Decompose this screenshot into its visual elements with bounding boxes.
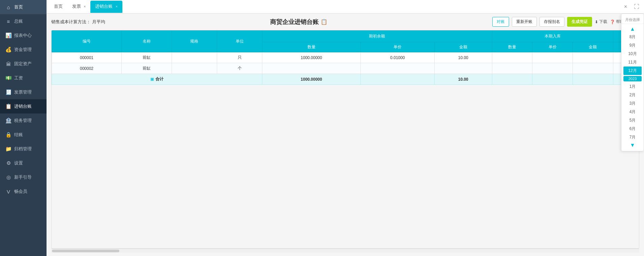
month-item-12[interactable]: 12月 <box>623 67 642 75</box>
download-icon: ⬇ <box>595 20 598 24</box>
settings-icon: ⚙ <box>5 160 11 166</box>
sidebar-item-label: 固定资产 <box>14 61 32 67</box>
cell-code: 000001 <box>52 52 122 63</box>
sidebar-item-label: 进销台账 <box>14 103 32 109</box>
reopen-button[interactable]: 重新开账 <box>512 17 537 27</box>
save-as-button[interactable]: 存报别名 <box>539 17 564 27</box>
download-label: 下载 <box>599 19 607 25</box>
sidebar-item-label: 资金管理 <box>14 47 32 53</box>
sidebar-item-close[interactable]: 🔒 结账 <box>0 128 47 142</box>
month-item-11[interactable]: 11月 <box>621 58 644 67</box>
cell-in-price <box>532 63 573 74</box>
cost-method-label: 销售成本计算方法： <box>51 19 91 24</box>
month-item-3[interactable]: 3月 <box>621 99 644 108</box>
col-header-name: 名称 <box>121 31 172 52</box>
reconcile-button[interactable]: 对账 <box>492 17 509 27</box>
sidebar-item-reports[interactable]: 📊 报表中心 <box>0 28 47 43</box>
table-row: 000002 前缸 个 <box>52 63 639 74</box>
month-item-7[interactable]: 7月 <box>621 133 644 142</box>
cell-open-price <box>360 63 434 74</box>
ledger-icon: ≡ <box>5 19 11 24</box>
sidebar-item-label: 首页 <box>14 4 23 10</box>
cell-open-amount: 10.00 <box>434 52 492 63</box>
window-close-button[interactable]: × <box>622 3 629 10</box>
sidebar-item-invoice-mgmt[interactable]: 🧾 发票管理 <box>0 85 47 99</box>
month-nav-down[interactable]: ▼ <box>621 142 644 149</box>
sidebar-item-label: 畅会员 <box>14 188 27 195</box>
cell-open-qty <box>262 63 361 74</box>
download-button[interactable]: ⬇ 下载 <box>595 19 607 25</box>
tax-icon: 🏦 <box>5 118 11 124</box>
page-content: 销售成本计算方法： 月平均 商贸企业进销台账 📋 对账 重新开账 存报别名 生成… <box>47 14 644 256</box>
assets-icon: 🏛 <box>5 61 11 67</box>
home-icon: ⌂ <box>5 4 11 10</box>
cost-method: 销售成本计算方法： 月平均 <box>51 19 105 25</box>
sidebar-item-label: 报表中心 <box>14 32 32 39</box>
sidebar-item-archive[interactable]: 📁 归档管理 <box>0 142 47 156</box>
sidebar-item-guide[interactable]: ◎ 新手引导 <box>0 170 47 184</box>
month-item-10[interactable]: 10月 <box>621 50 644 58</box>
sidebar-item-settings[interactable]: ⚙ 设置 <box>0 156 47 170</box>
total-open-qty: 1000.00000 <box>262 74 361 85</box>
col-sub-in-qty: 数量 <box>492 42 532 52</box>
col-sub-in-amount: 金额 <box>573 42 613 52</box>
bottom-scrollbar[interactable] <box>51 249 639 253</box>
generate-button[interactable]: 生成凭证 <box>567 17 592 27</box>
month-item-2[interactable]: 2月 <box>621 91 644 99</box>
funds-icon: 💰 <box>5 47 11 53</box>
help-icon: ❓ <box>610 20 615 24</box>
month-item-5[interactable]: 5月 <box>621 116 644 125</box>
sidebar-item-funds[interactable]: 💰 资金管理 <box>0 43 47 57</box>
invoice-icon: 🧾 <box>5 89 11 95</box>
month-nav-up[interactable]: ▲ <box>621 25 644 33</box>
cell-in-qty <box>492 52 532 63</box>
tab-purchase-sales[interactable]: 进销台账 × <box>90 1 122 13</box>
sidebar-item-label: 税务管理 <box>14 118 32 124</box>
sidebar-item-member[interactable]: V 畅会员 <box>0 184 47 199</box>
sidebar-item-home[interactable]: ⌂ 首页 <box>0 0 47 14</box>
purchase-sales-icon: 📋 <box>5 103 11 109</box>
col-sub-in-price: 单价 <box>532 42 573 52</box>
tab-purchase-sales-close[interactable]: × <box>115 4 117 8</box>
tab-invoice-close[interactable]: × <box>84 4 86 8</box>
cell-in-amount <box>573 63 613 74</box>
cell-unit: 只 <box>217 52 262 63</box>
col-header-current-in: 本期入库 <box>492 31 613 42</box>
scroll-thumb <box>52 250 119 252</box>
month-item-4[interactable]: 4月 <box>621 108 644 116</box>
sidebar-item-label: 总账 <box>14 18 23 24</box>
cell-open-amount <box>434 63 492 74</box>
title-bar: 销售成本计算方法： 月平均 商贸企业进销台账 📋 对账 重新开账 存报别名 生成… <box>51 17 639 27</box>
cell-open-price: 0.01000 <box>360 52 434 63</box>
total-in-qty <box>492 74 532 85</box>
tab-home[interactable]: 首页 <box>49 1 67 13</box>
cell-in-price <box>532 52 573 63</box>
month-item-9[interactable]: 9月 <box>621 41 644 50</box>
total-open-price <box>360 74 434 85</box>
sidebar-item-label: 新手引导 <box>14 174 32 180</box>
window-maximize-button[interactable]: ⛶ <box>632 3 641 10</box>
col-sub-open-amount: 金额 <box>434 42 492 52</box>
sidebar-item-salary[interactable]: 💵 工资 <box>0 71 47 85</box>
cell-in-qty <box>492 63 532 74</box>
col-sub-open-qty: 数量 <box>262 42 361 52</box>
tab-invoice[interactable]: 发票 × <box>67 1 90 13</box>
cell-spec <box>172 63 217 74</box>
cell-spec <box>172 52 217 63</box>
sidebar-item-label: 归档管理 <box>14 146 32 152</box>
total-in-amount <box>573 74 613 85</box>
toolbar: 对账 重新开账 存报别名 生成凭证 ⬇ 下载 ❓ 帮助 ↻ 刷新 <box>492 17 639 27</box>
page-title-text: 商贸企业进销台账 <box>270 18 319 26</box>
cost-method-value: 月平均 <box>92 19 105 24</box>
month-item-8[interactable]: 8月 <box>621 33 644 41</box>
sidebar-item-assets[interactable]: 🏛 固定资产 <box>0 57 47 71</box>
reports-icon: 📊 <box>5 32 11 39</box>
tab-invoice-label: 发票 <box>72 3 81 9</box>
sidebar-item-tax[interactable]: 🏦 税务管理 <box>0 113 47 128</box>
sidebar-item-ledger[interactable]: ≡ 总账 <box>0 14 47 28</box>
main-area: 首页 发票 × 进销台账 × × ⛶ 销售成本计算方法： 月平均 商贸企业进销台… <box>47 0 644 256</box>
month-item-6[interactable]: 6月 <box>621 125 644 133</box>
sidebar-item-purchase-sales[interactable]: 📋 进销台账 <box>0 99 47 113</box>
month-item-1[interactable]: 1月 <box>621 82 644 91</box>
sidebar-item-label: 发票管理 <box>14 89 32 95</box>
